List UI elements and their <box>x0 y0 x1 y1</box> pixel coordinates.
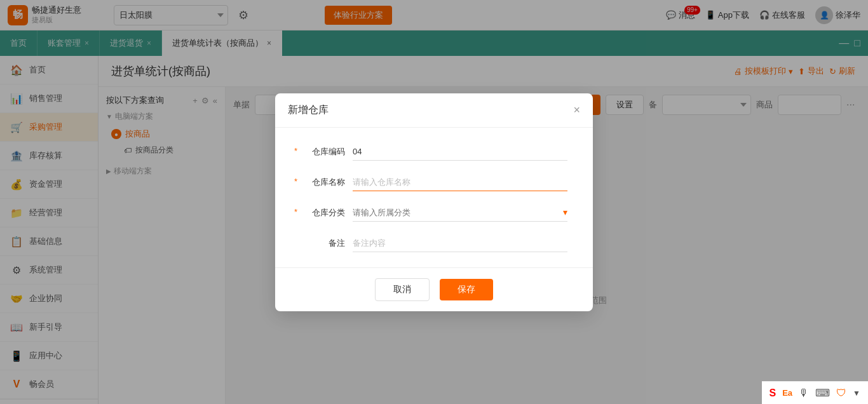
modal-header: 新增仓库 × <box>275 93 593 128</box>
cancel-button[interactable]: 取消 <box>375 278 430 301</box>
form-row-category: 仓库分类 ▾ <box>301 204 567 222</box>
modal-overlay[interactable]: 新增仓库 × 仓库编码 仓库名称 仓库分类 ▾ 备注 <box>0 0 868 404</box>
category-select-wrapper: ▾ <box>353 204 567 222</box>
modal-footer: 取消 保存 <box>275 267 593 311</box>
form-row-note: 备注 <box>301 234 567 252</box>
category-dropdown-icon[interactable]: ▾ <box>563 207 567 217</box>
form-row-name: 仓库名称 <box>301 173 567 191</box>
ea-label: Ea <box>782 388 792 398</box>
note-label: 备注 <box>301 238 345 249</box>
microphone-icon[interactable]: 🎙 <box>799 387 809 399</box>
note-input[interactable] <box>353 234 567 252</box>
modal-close-button[interactable]: × <box>573 104 580 117</box>
keyboard-icon[interactable]: ⌨ <box>815 387 830 399</box>
bottom-logo-icon: S <box>770 387 776 399</box>
dropdown-icon[interactable]: ▼ <box>853 389 860 398</box>
modal-new-warehouse: 新增仓库 × 仓库编码 仓库名称 仓库分类 ▾ 备注 <box>275 93 593 311</box>
name-input[interactable] <box>353 173 567 191</box>
bottom-status-bar: S Ea 🎙 ⌨ 🛡 ▼ <box>762 381 868 404</box>
shield-icon[interactable]: 🛡 <box>836 387 846 399</box>
form-row-code: 仓库编码 <box>301 143 567 161</box>
category-input[interactable] <box>353 204 563 221</box>
modal-body: 仓库编码 仓库名称 仓库分类 ▾ 备注 <box>275 128 593 267</box>
code-label: 仓库编码 <box>301 146 345 158</box>
modal-title: 新增仓库 <box>288 104 329 117</box>
code-input[interactable] <box>353 143 567 161</box>
category-label: 仓库分类 <box>301 207 345 219</box>
save-button[interactable]: 保存 <box>440 279 493 300</box>
name-label: 仓库名称 <box>301 177 345 188</box>
